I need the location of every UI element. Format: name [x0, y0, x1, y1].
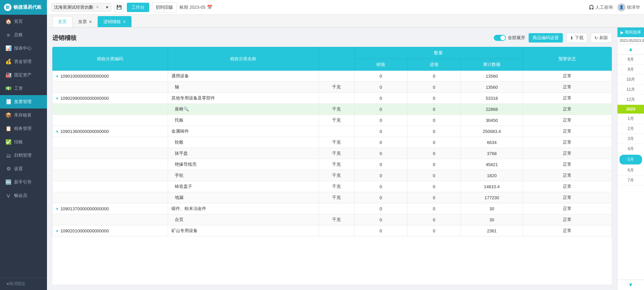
table-row[interactable]: ▼10901370000000000000 锻件、粉末冶金件 0 0 30 正常 — [53, 203, 612, 214]
cell-code: ▼10901000000000000000 — [53, 71, 168, 82]
cell-code — [53, 159, 168, 170]
period-up-button[interactable]: ▲ — [626, 46, 636, 52]
period-item-4[interactable]: 4月 — [618, 144, 644, 154]
table-row[interactable]: 轴 千克 0 0 13560 正常 — [53, 82, 612, 93]
sidebar-item-settle[interactable]: ✅ 结账 — [0, 135, 47, 149]
calendar-icon[interactable]: 📅 — [207, 5, 212, 10]
th-unit — [319, 47, 354, 71]
cell-code — [53, 170, 168, 181]
sidebar-item-invoice[interactable]: 🧾 发票管理 — [0, 95, 47, 108]
period-item-9[interactable]: 9月 — [618, 65, 644, 75]
logo-icon: 财 — [4, 4, 11, 11]
sidebar-item-member[interactable]: V 畅会员 — [0, 189, 47, 202]
switch-version-button[interactable]: 切到旧版 — [152, 2, 177, 12]
product-code-button[interactable]: 商品编码设置 — [529, 33, 563, 43]
collapse-icon[interactable]: ▼ — [55, 229, 59, 233]
unpin-sidebar[interactable]: ◄取消固定 — [0, 277, 47, 290]
cell-purchase: 0 — [408, 148, 461, 159]
cell-total: 14810.4 — [461, 181, 523, 192]
period-label: 账期 2023-05 📅 — [179, 4, 212, 10]
table-row[interactable]: 托板 千克 0 0 30450 正常 — [53, 115, 612, 126]
sidebar-label-invoice: 发票管理 — [14, 99, 32, 105]
assets-icon: 🏭 — [5, 72, 11, 78]
period-item-5[interactable]: 5月 — [620, 155, 642, 165]
cell-unit: 千克 — [319, 148, 354, 159]
sidebar-item-tax[interactable]: 📋 税务管理 — [0, 122, 47, 135]
table-row[interactable]: ▼10902010000000000000 矿山专用设备 0 0 2361 正常 — [53, 225, 612, 236]
sidebar-item-funds[interactable]: 💰 资金管理 — [0, 55, 47, 68]
period-item-12[interactable]: 12月 — [618, 95, 644, 105]
content: 进销稽核 全部展开 商品编码设置 ⬇ 下载 ↻ 刷新 — [47, 27, 644, 290]
table-row[interactable]: 合页 千克 0 0 30 正常 — [53, 214, 612, 225]
tab-reconcile[interactable]: 进销稽核 ✕ — [98, 16, 131, 27]
expand-toggle[interactable]: 全部展开 — [494, 35, 525, 41]
sidebar-item-inventory[interactable]: 📦 库存核算 — [0, 108, 47, 122]
cell-purchase: 0 — [408, 192, 461, 203]
collapse-icon[interactable]: ▼ — [55, 130, 59, 134]
tab-home[interactable]: 首页 — [52, 16, 72, 27]
salary-icon: 💵 — [5, 85, 11, 91]
company-delete-icon[interactable]: ✕ — [96, 5, 99, 9]
ledger-icon: ≡ — [5, 32, 11, 38]
tab-reconcile-close[interactable]: ✕ — [123, 20, 126, 24]
table-row[interactable]: 绝缘导线壳 千克 0 0 45821 正常 — [53, 159, 612, 170]
cell-total: 30450 — [461, 115, 523, 126]
period-item-11[interactable]: 11月 — [618, 85, 644, 95]
period-item-2[interactable]: 2月 — [618, 124, 644, 134]
cell-unit: 千克 — [319, 137, 354, 148]
table-row[interactable]: 座椅🔍 千克 0 0 22868 正常 — [53, 104, 612, 115]
collapse-icon[interactable]: ▼ — [55, 207, 59, 211]
period-item-1[interactable]: 1月 — [618, 114, 644, 124]
period-item-6[interactable]: 6月 — [618, 165, 644, 175]
sidebar-item-reports[interactable]: 📊 报表中心 — [0, 42, 47, 55]
table-row[interactable]: 轮毂 千克 0 0 6634 正常 — [53, 137, 612, 148]
period-down-button[interactable]: ▼ — [626, 282, 636, 288]
collapse-icon[interactable]: ▼ — [55, 74, 59, 78]
period-item-7[interactable]: 7月 — [618, 175, 644, 186]
help-button[interactable]: 🎧 人工咨询 — [589, 4, 613, 10]
save-button[interactable]: 💾 — [114, 3, 124, 12]
company-dropdown-icon[interactable]: ▾ — [106, 5, 108, 10]
guide-icon: 🆕 — [5, 179, 11, 185]
sidebar-item-salary[interactable]: 💵 工资 — [0, 82, 47, 95]
company-selector[interactable]: 沈海英测试经营勿删 ✕ ▾ — [51, 3, 111, 12]
table-row[interactable]: 地漏 千克 0 0 177230 正常 — [53, 192, 612, 203]
collapse-icon[interactable]: ▼ — [55, 96, 59, 100]
cell-total: 30 — [461, 214, 523, 225]
table-row[interactable]: 手轮 千克 0 0 1820 正常 — [53, 170, 612, 181]
cell-sales: 0 — [354, 148, 408, 159]
table-row[interactable]: ▼10901000000000000000 通用设备 0 0 13560 正常 — [53, 71, 612, 82]
period-year-2023: 2023 — [618, 105, 644, 114]
tab-invoice[interactable]: 发票 ✕ — [72, 16, 98, 27]
th-quantity-group: 数量 — [354, 47, 523, 59]
cell-purchase: 0 — [408, 115, 461, 126]
period-item-10[interactable]: 10月 — [618, 75, 644, 85]
period-item-8[interactable]: 8月 — [618, 55, 644, 65]
search-icon[interactable]: 🔍 — [183, 106, 189, 112]
sidebar-item-guide[interactable]: 🆕 新手引导 — [0, 175, 47, 189]
table-row[interactable]: 抹平盘 千克 0 0 3768 正常 — [53, 148, 612, 159]
chevron-right-icon[interactable]: ▶ — [621, 30, 624, 35]
sidebar-item-archive[interactable]: 🗂 归档管理 — [0, 149, 47, 162]
workbench-button[interactable]: 工作台 — [127, 3, 149, 12]
user-menu[interactable]: 👤 徐泽华 — [618, 3, 640, 11]
app-logo: 财 畅捷通易代账 — [0, 0, 47, 15]
tab-invoice-close[interactable]: ✕ — [89, 20, 92, 24]
cell-purchase: 0 — [408, 225, 461, 236]
download-button[interactable]: ⬇ 下载 — [566, 33, 587, 43]
cell-unit — [319, 203, 354, 214]
sidebar-item-ledger[interactable]: ≡ 总账 — [0, 28, 47, 42]
table-row[interactable]: 铸造盖子 千克 0 0 14810.4 正常 — [53, 181, 612, 192]
sidebar-item-assets[interactable]: 🏭 固定资产 — [0, 68, 47, 82]
refresh-button[interactable]: ↻ 刷新 — [591, 33, 612, 43]
sidebar-item-settings[interactable]: ⚙ 设置 — [0, 162, 47, 175]
cell-unit: 千克 — [319, 159, 354, 170]
toggle-switch[interactable] — [494, 35, 506, 41]
cell-code — [53, 82, 168, 93]
table-row[interactable]: ▼10901360000000000000 金属铸件 0 0 250083.4 … — [53, 126, 612, 137]
period-item-3[interactable]: 3月 — [618, 134, 644, 144]
cell-total: 45821 — [461, 159, 523, 170]
cell-status: 正常 — [523, 115, 612, 126]
sidebar-item-home[interactable]: 🏠 首页 — [0, 15, 47, 28]
table-row[interactable]: ▼10902990000000000000 其他专用设备及零部件 0 0 533… — [53, 93, 612, 104]
